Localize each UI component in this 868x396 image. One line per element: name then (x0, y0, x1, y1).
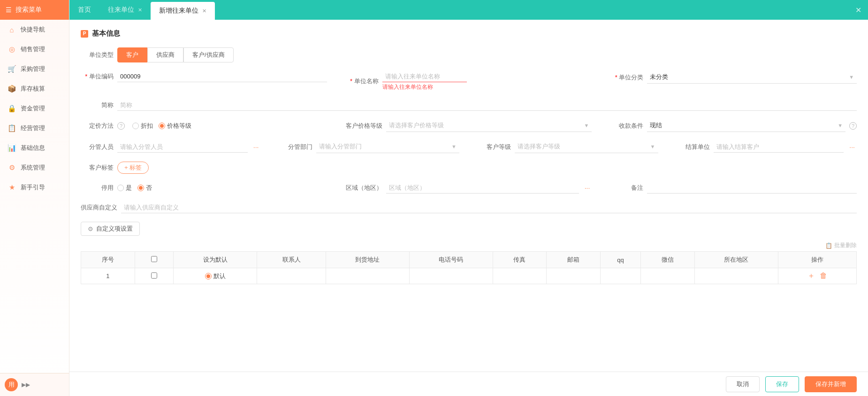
sidebar-item-label: 系统管理 (21, 163, 45, 172)
radio-price-level[interactable]: 价格等级 (159, 122, 191, 130)
disable-label: 停用 (81, 184, 114, 192)
sidebar-item-finance[interactable]: 🔒 资金管理 (0, 99, 69, 118)
custom-settings-btn[interactable]: ⚙ 自定义项设置 (81, 222, 140, 236)
unit-name-label: 单位名称 (346, 77, 379, 85)
payment-condition-select[interactable]: 现结 ▼ (647, 119, 845, 132)
sidebar-item-operation[interactable]: 📋 经营管理 (0, 118, 69, 138)
field-unit-name: 单位名称 请输入往来单位名称 (346, 71, 592, 91)
tab-new-partner[interactable]: 新增往来单位 ✕ (151, 2, 215, 20)
sidebar-item-purchase[interactable]: 🛒 采购管理 (0, 59, 69, 79)
short-name-input[interactable] (117, 100, 857, 111)
customer-level-select[interactable]: 请选择客户等级 ▼ (515, 140, 658, 153)
remark-input[interactable] (647, 182, 857, 194)
radio-price-level-circle (159, 123, 165, 129)
sidebar-item-quick-nav[interactable]: ⌂ 快捷导航 (0, 20, 69, 39)
add-row-btn[interactable]: ＋ (806, 271, 816, 281)
pricing-method-label: 定价方法 (81, 122, 114, 130)
unit-category-arrow: ▼ (849, 74, 854, 80)
sidebar-item-system[interactable]: ⚙ 系统管理 (0, 158, 69, 178)
dept-label: 分管部门 (280, 143, 312, 151)
sidebar-item-guide[interactable]: ★ 新手引导 (0, 178, 69, 197)
radio-disable-no[interactable]: 否 (137, 184, 152, 192)
unit-name-input[interactable] (382, 71, 467, 82)
col-email: 邮箱 (547, 252, 601, 268)
cancel-button[interactable]: 取消 (726, 376, 760, 392)
settlement-input[interactable] (714, 141, 844, 153)
row-code-name-cat: 单位编码 单位名称 请输入往来单位名称 单位分类 未分类 ▼ (81, 71, 857, 91)
field-customer-price: 客户价格等级 请选择客户价格等级 ▼ (346, 119, 592, 132)
region-label: 区域（地区） (346, 184, 382, 192)
region-more-btn[interactable]: ··· (583, 184, 592, 192)
save-new-button[interactable]: 保存并新增 (805, 376, 857, 392)
col-wechat: 微信 (641, 252, 695, 268)
default-radio-circle (205, 273, 212, 280)
radio-discount[interactable]: 折扣 (132, 122, 153, 130)
field-disable: 停用 是 否 (81, 184, 327, 192)
supplier-custom-input[interactable] (121, 202, 857, 213)
unit-code-input[interactable] (117, 71, 327, 82)
payment-help-icon[interactable]: ? (849, 122, 857, 130)
sidebar-item-label: 资金管理 (21, 104, 45, 113)
pricing-radio-group: 折扣 价格等级 (132, 122, 191, 130)
close-all-tabs[interactable]: ✕ (849, 6, 868, 15)
dept-select[interactable]: 请输入分管部门 ▼ (316, 140, 460, 153)
btn-supplier[interactable]: 供应商 (147, 47, 183, 62)
settlement-more-btn[interactable]: ··· (847, 143, 857, 151)
unit-name-field-wrap: 请输入往来单位名称 (382, 71, 467, 91)
col-default: 设为默认 (174, 252, 257, 268)
row-checkbox[interactable] (151, 272, 157, 279)
row-default-radio[interactable]: 默认 (178, 272, 252, 280)
sidebar-item-label: 快捷导航 (21, 25, 45, 34)
inventory-icon: 📦 (8, 85, 16, 93)
disable-no-label: 否 (146, 184, 152, 192)
guide-icon: ★ (8, 183, 16, 192)
pricing-help-icon[interactable]: ? (117, 122, 125, 130)
batch-delete-icon: 📋 (825, 242, 832, 249)
unit-category-label: 单位分类 (610, 73, 643, 82)
tab-partners[interactable]: 往来单位 ✕ (99, 0, 151, 20)
supplier-custom-label: 供应商自定义 (81, 203, 117, 212)
tab-home[interactable]: 首页 (69, 0, 99, 20)
tab-new-partner-label: 新增往来单位 (159, 7, 198, 15)
batch-delete-area: 📋 批量删除 (81, 241, 857, 249)
disable-radio-group: 是 否 (117, 184, 152, 192)
manager-more-btn[interactable]: ··· (251, 143, 261, 151)
payment-condition-arrow: ▼ (838, 123, 843, 128)
cell-email (547, 268, 601, 284)
tab-partners-close[interactable]: ✕ (138, 7, 142, 13)
field-pricing-method: 定价方法 ? 折扣 价格等级 (81, 122, 327, 130)
sidebar-search[interactable]: ☰ 搜索菜单 (0, 0, 69, 20)
payment-condition-label: 收款条件 (610, 122, 643, 130)
sidebar-item-label: 库存核算 (21, 85, 45, 93)
region-input[interactable] (386, 182, 579, 194)
cell-contact (257, 268, 326, 284)
content-area: P 基本信息 单位类型 客户 供应商 客户/供应商 单位编码 单位名称 请输入往… (69, 20, 868, 372)
select-all-checkbox[interactable] (151, 256, 157, 262)
user-label: ▶▶ (22, 381, 30, 388)
cell-qq (600, 268, 640, 284)
short-name-label: 简称 (81, 101, 114, 109)
cell-wechat (641, 268, 695, 284)
unit-category-select[interactable]: 未分类 ▼ (647, 71, 857, 84)
delete-row-btn[interactable]: 🗑 (818, 272, 829, 280)
manager-input[interactable] (117, 141, 248, 153)
sidebar-item-label: 销售管理 (21, 45, 45, 54)
add-tag-btn[interactable]: + 标签 (117, 162, 149, 174)
sidebar-item-sales[interactable]: ◎ 销售管理 (0, 39, 69, 59)
unit-code-label: 单位编码 (81, 72, 114, 81)
tab-new-partner-close[interactable]: ✕ (202, 8, 206, 14)
customer-price-select[interactable]: 请选择客户价格等级 ▼ (386, 119, 592, 132)
sidebar-item-basic[interactable]: 📊 基础信息 (0, 138, 69, 158)
btn-both[interactable]: 客户/供应商 (183, 47, 234, 62)
sidebar-item-label: 经营管理 (21, 124, 45, 132)
batch-delete-label[interactable]: 批量删除 (834, 241, 857, 249)
sidebar-item-inventory[interactable]: 📦 库存核算 (0, 79, 69, 99)
radio-disable-yes[interactable]: 是 (117, 184, 132, 192)
field-unit-code: 单位编码 (81, 71, 327, 82)
btn-customer[interactable]: 客户 (117, 47, 147, 62)
sales-icon: ◎ (8, 45, 16, 54)
field-short-name: 简称 (81, 100, 857, 111)
unit-type-row: 单位类型 客户 供应商 客户/供应商 (81, 47, 857, 62)
customer-price-arrow: ▼ (584, 123, 589, 128)
save-button[interactable]: 保存 (765, 376, 799, 392)
